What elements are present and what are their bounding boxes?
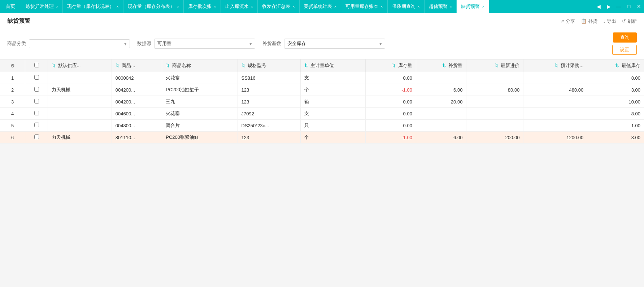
th-spec: ⇅ 规格型号 — [238, 59, 300, 72]
close-exception-tab[interactable]: × — [56, 4, 58, 9]
table-row: 6 力天机械 801110... PC200张紧油缸 123 个 -1.00 6… — [0, 132, 644, 144]
window-close-btn[interactable]: ✕ — [634, 4, 644, 9]
sort-name-icon[interactable]: ⇅ — [166, 63, 170, 68]
row-checkbox[interactable] — [34, 99, 39, 103]
row-spec: SS816 — [238, 72, 300, 84]
close-overstock-tab[interactable]: × — [450, 4, 452, 9]
row-minstock: 8.00 — [587, 72, 644, 84]
tab-bar-controls: ◀ ▶ — □ ✕ — [593, 4, 644, 9]
sort-stock-icon[interactable]: ⇅ — [392, 63, 396, 68]
replenish-base-label: 补货基数 — [262, 40, 281, 47]
sort-price-icon[interactable]: ⇅ — [495, 63, 499, 68]
close-inventory-dist-tab[interactable]: × — [177, 4, 179, 9]
row-checkbox[interactable] — [34, 123, 39, 127]
settings-gear-icon[interactable]: ⚙ — [10, 63, 15, 69]
row-checkbox[interactable] — [34, 134, 39, 139]
row-unit: 箱 — [300, 96, 366, 108]
tab-collection[interactable]: 收发存汇总表 × — [258, 0, 299, 13]
close-inventory-status-tab[interactable]: × — [116, 4, 118, 9]
sort-minstock-icon[interactable]: ⇅ — [615, 63, 619, 68]
row-stock: 0.00 — [366, 96, 416, 108]
row-unit: 个 — [300, 132, 366, 144]
th-stock: ⇅ 库存量 — [366, 59, 416, 72]
th-supplier: ⇅ 默认供应... — [48, 59, 112, 72]
row-stock: 0.00 — [366, 120, 416, 132]
row-purchase — [523, 72, 587, 84]
sort-supplier-icon[interactable]: ⇅ — [52, 63, 56, 68]
tab-shortage[interactable]: 缺货预警 × — [457, 0, 489, 13]
row-name: 火花塞 — [162, 72, 238, 84]
row-replenish — [416, 120, 466, 132]
row-minstock: 3.00 — [587, 132, 644, 144]
tab-inventory-dist[interactable]: 现存量（库存分布表） × — [123, 0, 184, 13]
query-btn[interactable]: 查询 — [613, 32, 637, 43]
replenish-btn[interactable]: 📋 补货 — [581, 18, 597, 25]
tab-nav-left[interactable]: ◀ — [593, 4, 604, 9]
filter-area: 商品分类 ▾ 数据源 可用量 ▾ 补货基数 安全库存 ▾ 查询 设置 — [0, 28, 644, 59]
replenish-base-select[interactable]: 安全库存 ▾ — [284, 39, 385, 49]
close-shortage-tab[interactable]: × — [482, 4, 484, 9]
window-minimize-btn[interactable]: — — [614, 4, 624, 9]
tab-requisition[interactable]: 要货单统计表 × — [300, 0, 341, 13]
row-num: 1 — [0, 72, 25, 84]
row-replenish: 6.00 — [416, 132, 466, 144]
settings-btn[interactable]: 设置 — [612, 45, 637, 55]
row-num: 3 — [0, 96, 25, 108]
datasource-arrow-icon: ▾ — [249, 41, 252, 47]
close-requisition-tab[interactable]: × — [334, 4, 336, 9]
tab-batch[interactable]: 库存批次账 × — [184, 0, 221, 13]
row-spec: 123 — [238, 132, 300, 144]
datasource-value: 可用量 — [157, 40, 248, 47]
sort-code-icon[interactable]: ⇅ — [116, 63, 119, 68]
tab-inventory-status[interactable]: 现存量（库存状况表） × — [63, 0, 123, 13]
tab-exception[interactable]: 炼货异常处理 × — [21, 0, 63, 13]
sort-unit-icon[interactable]: ⇅ — [304, 63, 308, 68]
close-collection-tab[interactable]: × — [292, 4, 295, 9]
tab-bar: 首页 炼货异常处理 × 现存量（库存状况表） × 现存量（库存分布表） × 库存… — [0, 0, 644, 13]
row-stock: -1.00 — [366, 84, 416, 96]
row-unit: 支 — [300, 72, 366, 84]
row-code: 0000042 — [112, 72, 162, 84]
close-available-tab[interactable]: × — [380, 4, 383, 9]
window-maximize-btn[interactable]: □ — [624, 4, 634, 9]
row-price — [466, 120, 523, 132]
category-select[interactable]: ▾ — [29, 39, 130, 48]
row-supplier: 力天机械 — [48, 132, 112, 144]
table-row: 1 0000042 火花塞 SS816 支 0.00 8.00 — [0, 72, 644, 84]
tab-available[interactable]: 可用量库存账本 × — [341, 0, 387, 13]
th-purchase: ⇅ 预计采购... — [523, 59, 587, 72]
replenish-icon: 📋 — [581, 18, 587, 24]
sort-replenish-icon[interactable]: ⇅ — [442, 63, 446, 68]
row-stock: -1.00 — [366, 132, 416, 144]
replenish-base-value: 安全库存 — [287, 40, 378, 47]
sort-purchase-icon[interactable]: ⇅ — [554, 63, 558, 68]
tab-inout[interactable]: 出入库流水 × — [221, 0, 258, 13]
row-stock: 0.00 — [366, 72, 416, 84]
row-unit: 只 — [300, 120, 366, 132]
tab-overstock[interactable]: 超储预警 × — [425, 0, 457, 13]
close-inout-tab[interactable]: × — [251, 4, 253, 9]
row-num: 5 — [0, 120, 25, 132]
row-supplier: 力天机械 — [48, 84, 112, 96]
tab-home[interactable]: 首页 — [0, 0, 21, 13]
sort-spec-icon[interactable]: ⇅ — [242, 63, 245, 68]
select-all-checkbox[interactable] — [34, 63, 39, 67]
refresh-icon: ↺ — [622, 18, 626, 24]
export-btn[interactable]: ↓ 导出 — [603, 18, 617, 25]
close-batch-tab[interactable]: × — [214, 4, 216, 9]
refresh-btn[interactable]: ↺ 刷新 — [622, 18, 637, 25]
row-checkbox[interactable] — [34, 111, 39, 115]
th-checkbox — [25, 59, 48, 72]
row-checkbox-cell — [25, 120, 48, 132]
category-filter-group: 商品分类 ▾ — [7, 39, 130, 48]
tab-expiry[interactable]: 保质期查询 × — [388, 0, 425, 13]
th-price: ⇅ 最新进价 — [466, 59, 523, 72]
tab-nav-right[interactable]: ▶ — [604, 4, 614, 9]
close-expiry-tab[interactable]: × — [418, 4, 420, 9]
share-btn[interactable]: ↗ 分享 — [560, 18, 575, 25]
datasource-select[interactable]: 可用量 ▾ — [154, 39, 255, 49]
row-replenish: 20.00 — [416, 96, 466, 108]
row-checkbox[interactable] — [34, 87, 39, 92]
data-table: ⚙ ⇅ 默认供应... ⇅ 商品... ⇅ 商品名称 — [0, 59, 644, 144]
row-checkbox[interactable] — [34, 75, 39, 80]
